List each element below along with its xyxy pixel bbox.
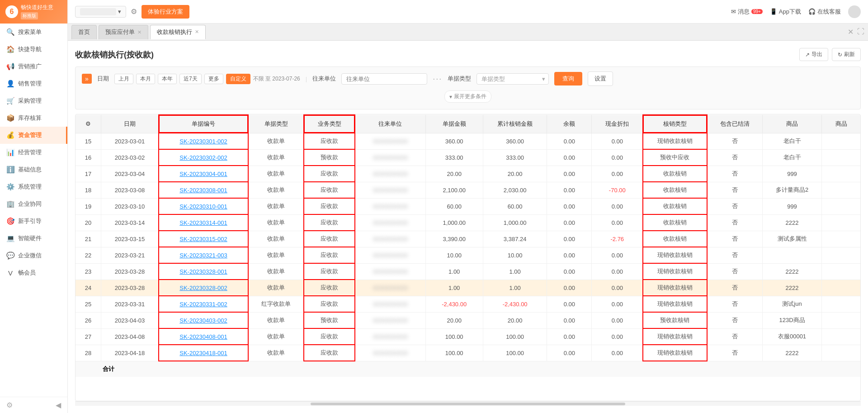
sidebar-item-sales[interactable]: 👤销售管理 [0, 75, 67, 92]
tab-home[interactable]: 首页 [71, 25, 97, 39]
message-item[interactable]: ✉ 消息 99+ [731, 8, 763, 16]
billno-link[interactable]: SK-20230328-002 [179, 285, 227, 291]
export-btn[interactable]: ↗ 导出 [799, 48, 828, 61]
date-btn-this-month[interactable]: 本月 [136, 74, 155, 84]
cell-num: 17 [75, 166, 101, 182]
cell-discount: 0.00 [592, 263, 643, 280]
tab-receipt-exec-close[interactable]: ✕ [195, 29, 199, 35]
sidebar-item-basic[interactable]: ℹ️基础信息 [0, 161, 67, 178]
tab-prepay[interactable]: 预应应付单 ✕ [99, 25, 148, 39]
table-row[interactable]: 19 2023-03-10 SK-20230310-001 收款单 应收款 XX… [75, 198, 860, 214]
tab-prepay-close[interactable]: ✕ [137, 29, 142, 35]
cell-partner: XXXXXXXXX [355, 231, 425, 247]
billno-link[interactable]: SK-20230403-002 [179, 317, 227, 324]
billno-link[interactable]: SK-20230314-001 [179, 219, 227, 226]
col-header-discount[interactable]: 现金折扣 [592, 115, 643, 133]
col-header-amount[interactable]: 单据金额 [425, 115, 483, 133]
date-btn-this-year[interactable]: 本年 [158, 74, 177, 84]
industry-btn[interactable]: 体验行业方案 [142, 5, 189, 19]
col-header-writetype[interactable]: 核销类型 [643, 115, 707, 133]
sidebar-item-system[interactable]: ⚙️系统管理 [0, 178, 67, 195]
settings-col-icon[interactable]: ⚙ [85, 120, 91, 127]
online-support-item[interactable]: 🎧 在线客服 [808, 8, 841, 16]
date-btn-last-month[interactable]: 上月 [114, 74, 133, 84]
col-header-balance[interactable]: 余额 [547, 115, 592, 133]
app-download-item[interactable]: 📱 App下载 [770, 8, 801, 16]
col-header-goods2[interactable]: 商品 [822, 115, 860, 133]
sidebar-item-inventory[interactable]: 📦库存核算 [0, 109, 67, 127]
sidebar-item-operations[interactable]: 📊经营管理 [0, 144, 67, 161]
billno-link[interactable]: SK-20230418-001 [179, 350, 227, 356]
table-row[interactable]: 18 2023-03-08 SK-20230308-001 收款单 应收款 XX… [75, 182, 860, 198]
table-row[interactable]: 26 2023-04-03 SK-20230403-002 收款单 预收款 XX… [75, 312, 860, 328]
table-row[interactable]: 24 2023-03-28 SK-20230328-002 收款单 应收款 XX… [75, 280, 860, 296]
billno-link[interactable]: SK-20230321-003 [179, 252, 227, 259]
billno-link[interactable]: SK-20230315-002 [179, 236, 227, 242]
col-header-billtype[interactable]: 单据类型 [248, 115, 304, 133]
tab-close-all-icon[interactable]: ✕ [848, 28, 854, 36]
bill-type-select[interactable]: 单据类型 [476, 73, 549, 85]
billno-link[interactable]: SK-20230331-002 [179, 301, 227, 308]
sidebar-item-hardware[interactable]: 💻智能硬件 [0, 230, 67, 247]
table-row[interactable]: 28 2023-04-18 SK-20230418-001 收款单 应收款 XX… [75, 345, 860, 361]
partner-filter-input[interactable] [341, 73, 427, 85]
sidebar-item-enterprise[interactable]: 🏢企业协同 [0, 195, 67, 213]
sidebar-item-marketing[interactable]: 📢营销推广 [0, 58, 67, 75]
topbar: ▾ ⚙ 体验行业方案 ✉ 消息 99+ 📱 App下载 🎧 在线客服 [68, 0, 868, 24]
sidebar-item-quicknav[interactable]: 🏠快捷导航 [0, 41, 67, 58]
billno-link[interactable]: SK-20230308-001 [179, 187, 227, 194]
table-row[interactable]: 25 2023-03-31 SK-20230331-002 红字收款单 应收款 … [75, 296, 860, 312]
col-header-partner[interactable]: 往来单位 [355, 115, 425, 133]
table-row[interactable]: 27 2023-04-08 SK-20230408-001 收款单 应收款 XX… [75, 328, 860, 345]
sidebar-item-finance[interactable]: 💰资金管理 [0, 127, 67, 144]
filter-settings-btn[interactable]: 设置 [588, 71, 613, 86]
table-row[interactable]: 22 2023-03-21 SK-20230321-003 收款单 应收款 XX… [75, 247, 860, 263]
query-btn[interactable]: 查询 [554, 72, 582, 85]
table-row[interactable]: 15 2023-03-01 SK-20230301-002 收款单 应收款 XX… [75, 133, 860, 149]
date-btn-more[interactable]: 更多 [204, 74, 223, 84]
billno-link[interactable]: SK-20230328-001 [179, 268, 227, 275]
cell-incl: 否 [707, 198, 762, 214]
partner-dots[interactable]: ··· [433, 74, 442, 84]
cell-writetype: 现销收款核销 [643, 328, 707, 345]
col-header-billno[interactable]: 单据编号 [159, 115, 248, 133]
billno-link[interactable]: SK-20230408-001 [179, 333, 227, 340]
sidebar-item-wechat[interactable]: 💬企业微信 [0, 247, 67, 264]
col-header-date[interactable]: 日期 [101, 115, 159, 133]
billno-link[interactable]: SK-20230310-001 [179, 203, 227, 210]
sidebar-item-search[interactable]: 🔍搜索菜单 [0, 24, 67, 41]
tab-receipt-exec[interactable]: 收款核销执行 ✕ [150, 25, 206, 39]
settings-icon[interactable]: ⚙ [6, 401, 13, 409]
gear-icon[interactable]: ⚙ [131, 7, 137, 16]
cell-balance: 0.00 [547, 296, 592, 312]
table-row[interactable]: 21 2023-03-15 SK-20230315-002 收款单 应收款 XX… [75, 231, 860, 247]
cell-balance: 0.00 [547, 149, 592, 166]
col-header-incl[interactable]: 包含已结清 [707, 115, 762, 133]
org-selector[interactable]: ▾ [75, 6, 126, 18]
user-avatar[interactable] [848, 5, 861, 18]
refresh-btn[interactable]: ↻ 刷新 [832, 48, 861, 61]
billno-link[interactable]: SK-20230301-002 [179, 138, 227, 145]
sidebar-item-guide[interactable]: 🎯新手引导 [0, 213, 67, 230]
table-row[interactable]: 17 2023-03-04 SK-20230304-001 收款单 应收款 XX… [75, 166, 860, 182]
collapse-icon[interactable]: ◀ [56, 401, 61, 409]
cell-partner: XXXXXXXXX [355, 312, 425, 328]
horizontal-scrollbar[interactable] [75, 401, 861, 406]
tab-expand-icon[interactable]: ⛶ [857, 28, 864, 36]
billno-link[interactable]: SK-20230304-001 [179, 171, 227, 177]
filter-toggle-btn[interactable]: » [82, 74, 92, 84]
sidebar-item-member[interactable]: V畅会员 [0, 264, 67, 281]
date-btn-custom[interactable]: 自定义 [226, 74, 250, 84]
col-header-biztype[interactable]: 业务类型 [304, 115, 355, 133]
table-row[interactable]: 20 2023-03-14 SK-20230314-001 收款单 应收款 XX… [75, 214, 860, 231]
cell-goods2 [822, 231, 860, 247]
sidebar-item-purchase[interactable]: 🛒采购管理 [0, 92, 67, 109]
table-row[interactable]: 16 2023-03-02 SK-20230302-002 收款单 预收款 XX… [75, 149, 860, 166]
date-btn-7days[interactable]: 近7天 [179, 74, 202, 84]
col-header-cumamt[interactable]: 累计核销金额 [483, 115, 547, 133]
billno-link[interactable]: SK-20230302-002 [179, 154, 227, 161]
expand-more-btn[interactable]: ▾ 展开更多条件 [444, 90, 491, 103]
cell-cumamt: 100.00 [483, 328, 547, 345]
table-row[interactable]: 23 2023-03-28 SK-20230328-001 收款单 应收款 XX… [75, 263, 860, 280]
col-header-goods[interactable]: 商品 [762, 115, 822, 133]
